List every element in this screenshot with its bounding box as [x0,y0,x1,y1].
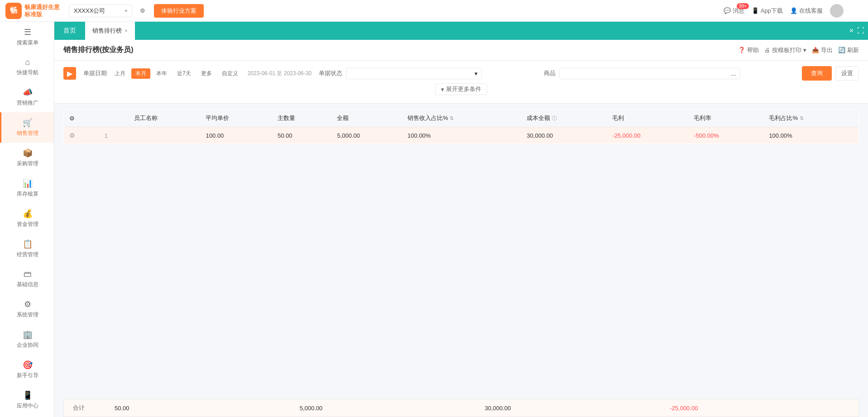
date-range: 2023-06-01 至 2023-06-30 [248,70,312,77]
tab-sales-ranking[interactable]: 销售排行榜 × [85,22,135,40]
col-header-cost: 成本全额 ⓘ [521,110,607,127]
col-settings-icon[interactable]: ⚙ [69,132,75,139]
sidebar-item-enterprise[interactable]: 🏢企业协同 [0,324,54,355]
sidebar-item-basic-info[interactable]: 🗃基础信息 [0,264,54,294]
inventory-icon: 📊 [23,178,33,188]
filter-row: ▶ 单据日期 上月本月本年近7天更多自定义 2023-06-01 至 2023-… [63,66,859,81]
sidebar-item-sales[interactable]: 🛒销售管理 [0,112,54,143]
content-area: 首页 销售排行榜 × × ⛶ 销售排行榜(按业务员) ❓ 帮助 [54,22,868,417]
sort-icon-gross_ratio[interactable]: ⇅ [800,115,804,121]
goods-more-icon[interactable]: ... [731,70,736,77]
app-download-button[interactable]: 📱 App下载 [752,7,783,15]
marketing-label: 营销推广 [17,99,38,107]
sidebar-item-wechat[interactable]: 💬企业微信 [0,415,54,417]
sidebar-item-guide[interactable]: 🎯新手引导 [0,355,54,385]
sidebar-item-operation[interactable]: 📋经营管理 [0,234,54,264]
message-icon: 💬 [724,7,731,14]
purchase-icon: 📦 [23,148,33,158]
top-settings-icon[interactable]: ⚙ [136,4,149,18]
col-header-settings[interactable]: ⚙ [64,110,99,127]
status-label: 单据状态 [319,69,342,77]
maximize-icon[interactable]: ⛶ [857,27,864,35]
sidebar-item-finance[interactable]: 💰资金管理 [0,203,54,234]
app-center-icon: 📱 [23,390,33,400]
sidebar-item-system[interactable]: ⚙系统管理 [0,294,54,324]
close-window-icon[interactable]: × [849,27,854,35]
status-select[interactable]: ▾ [346,68,482,79]
date-label: 单据日期 [83,69,107,77]
cell-gross_ratio: 100.00% [763,127,858,144]
goods-label: 商品 [544,69,556,77]
company-selector[interactable]: XXXXX公司 ▾ [69,5,132,17]
refresh-icon: 🔄 [838,47,845,53]
cell-avg_price: 100.00 [200,127,272,144]
cell-gross_rate: -500.00% [688,127,763,144]
expand-label: 展开更多条件 [446,85,481,93]
sidebar-item-purchase[interactable]: 📦采购管理 [0,143,54,173]
settings-small-button[interactable]: 设置 [835,66,859,81]
tab-bar: 首页 销售排行榜 × × ⛶ [54,22,868,40]
filter-area: ▶ 单据日期 上月本月本年近7天更多自定义 2023-06-01 至 2023-… [54,61,868,104]
finance-label: 资金管理 [17,220,38,228]
footer-gross: -25,000.00 [664,405,849,412]
date-option-自定义[interactable]: 自定义 [218,68,242,79]
footer-cost: 30,000.00 [480,405,665,412]
tab-home[interactable]: 首页 [54,22,85,40]
message-button[interactable]: 💬 消息 99+ [724,7,744,15]
col-header-name: 员工名称 [129,110,201,127]
date-option-本月[interactable]: 本月 [131,68,150,79]
export-button[interactable]: 📤 导出 [812,46,833,54]
data-table: ⚙员工名称平均单价主数量全额销售收入占比% ⇅成本全额 ⓘ毛利毛利率毛利占比% … [63,109,859,144]
search-order-icon: ☰ [24,27,31,37]
col-header-amount: 全额 [331,110,402,127]
cell-cost: 30,000.00 [521,127,607,144]
logo: 畅 畅康通好生意 标准版 [5,3,60,19]
online-service-button[interactable]: 👤 在线客服 [790,7,823,15]
date-option-更多[interactable]: 更多 [197,68,216,79]
footer-qty: 50.00 [109,405,294,412]
top-bar-right: 💬 消息 99+ 📱 App下载 👤 在线客服 [724,4,863,18]
sidebar-item-marketing[interactable]: 📣营销推广 [0,82,54,112]
sidebar-item-app-center[interactable]: 📱应用中心 [0,385,54,415]
print-button[interactable]: 🖨 按模板打印 ▾ [764,46,806,54]
try-industry-button[interactable]: 体验行业方案 [154,4,204,18]
basic-info-label: 基础信息 [17,281,38,288]
sales-icon: 🛒 [23,118,33,128]
inventory-label: 库存核算 [17,190,38,198]
rank-arrow-button[interactable]: ▶ [63,67,76,80]
avatar[interactable] [830,4,844,18]
refresh-button[interactable]: 🔄 刷新 [838,46,859,54]
tab-close-icon[interactable]: × [125,28,128,34]
goods-select[interactable]: ... [559,68,740,79]
status-chevron-icon: ▾ [475,70,478,77]
sidebar-item-search-order[interactable]: ☰搜索菜单 [0,22,54,52]
guide-label: 新手引导 [17,372,38,379]
date-options: 上月本月本年近7天更多自定义 [110,68,242,79]
user-name[interactable] [851,7,863,15]
query-button[interactable]: 查询 [802,66,832,81]
info-icon[interactable]: ⓘ [552,115,557,121]
guide-icon: 🎯 [23,360,33,370]
quick-nav-icon: ⌂ [25,58,30,67]
expand-row: ▾ 展开更多条件 [63,81,859,98]
sort-icon-sales_ratio[interactable]: ⇅ [450,115,454,121]
top-bar: 畅 畅康通好生意 标准版 XXXXX公司 ▾ ⚙ 体验行业方案 💬 消息 99+… [0,0,868,22]
date-option-本年[interactable]: 本年 [152,68,171,79]
main-layout: ☰搜索菜单⌂快捷导航📣营销推广🛒销售管理📦采购管理📊库存核算💰资金管理📋经营管理… [0,22,868,417]
app-icon: 📱 [752,7,759,14]
operation-icon: 📋 [23,239,33,249]
sidebar-item-inventory[interactable]: 📊库存核算 [0,173,54,203]
print-icon: 🖨 [764,47,770,53]
goods-filter: 商品 ... [544,68,740,79]
col-header-rank [99,110,129,127]
tab-label: 销售排行榜 [92,27,122,35]
expand-conditions-button[interactable]: ▾ 展开更多条件 [435,83,487,95]
date-option-近7天[interactable]: 近7天 [173,68,195,79]
finance-icon: 💰 [23,209,33,219]
table-row: ⚙1100.0050.005,000.00100.00%30,000.00-25… [64,127,859,144]
sidebar-item-quick-nav[interactable]: ⌂快捷导航 [0,52,54,82]
help-button[interactable]: ❓ 帮助 [738,46,759,54]
footer-amount: 5,000.00 [294,405,480,412]
page-title: 销售排行榜(按业务员) [63,45,134,55]
date-option-上月[interactable]: 上月 [110,68,129,79]
